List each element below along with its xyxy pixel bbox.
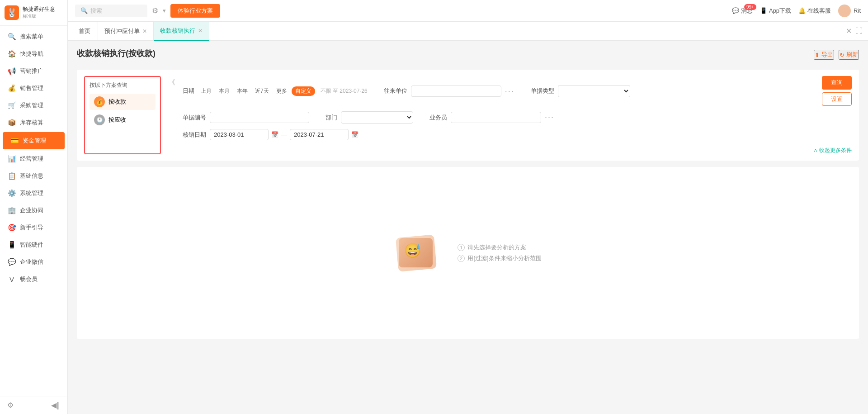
tab-maximize-button[interactable]: ⛶ bbox=[855, 27, 863, 35]
sidebar-item-operations[interactable]: 📊 经营管理 bbox=[0, 150, 67, 167]
date-btn-this-month[interactable]: 本月 bbox=[216, 86, 232, 96]
tab-receipt[interactable]: 收款核销执行 ✕ bbox=[154, 22, 209, 41]
tab-home[interactable]: 首页 bbox=[71, 22, 98, 41]
sidebar-item-label: 搜索菜单 bbox=[20, 33, 43, 41]
sidebar-menu: 🔍 搜索菜单 🏠 快捷导航 📢 营销推广 💰 销售管理 🛒 采购管理 📦 库存核… bbox=[0, 26, 67, 396]
date-btn-this-year[interactable]: 本年 bbox=[234, 86, 250, 96]
user-area[interactable]: Rit bbox=[838, 5, 861, 17]
tabbar-actions: ✕ ⛶ bbox=[846, 27, 868, 35]
date-btn-custom[interactable]: 自定义 bbox=[292, 86, 315, 96]
date-shortcut-buttons: 上月 本月 本年 近7天 更多 自定义 bbox=[198, 86, 315, 96]
filter-option-by-receipt[interactable]: 💰 按收款 bbox=[90, 94, 156, 110]
tab-prepay-label: 预付冲应付单 bbox=[104, 27, 140, 35]
date-btn-7days[interactable]: 近7天 bbox=[252, 86, 272, 96]
cart-icon: 🛒 bbox=[7, 101, 16, 109]
tab-receipt-close-icon[interactable]: ✕ bbox=[198, 28, 203, 34]
card-icon: 💳 bbox=[10, 137, 19, 145]
date-btn-more[interactable]: 更多 bbox=[274, 86, 290, 96]
collapse-sidebar-icon[interactable]: ◀‖ bbox=[51, 401, 60, 409]
form-action-buttons: 查询 设置 bbox=[822, 76, 852, 106]
sidebar-item-label: 基础信息 bbox=[20, 172, 43, 180]
filter-row-2: 单据编号 部门 业务员 bbox=[183, 111, 852, 124]
sidebar-item-label: 畅会员 bbox=[20, 275, 38, 283]
hint-text-2: 用[过滤]条件来缩小分析范围 bbox=[467, 254, 541, 262]
sidebar-item-member[interactable]: V 畅会员 bbox=[0, 271, 67, 288]
writeoff-date-label: 核销日期 bbox=[183, 131, 206, 139]
receipt-icon: 💰 bbox=[94, 96, 105, 107]
sidebar-item-inventory[interactable]: 📦 库存核算 bbox=[0, 114, 67, 131]
filter-query-panel: 按以下方案查询 💰 按收款 🕐 按应收 bbox=[84, 76, 161, 154]
counterparty-input[interactable] bbox=[411, 86, 501, 97]
hint-text-1: 请先选择要分析的方案 bbox=[467, 243, 526, 252]
sidebar-item-label: 资金管理 bbox=[23, 137, 46, 145]
bill-type-select[interactable] bbox=[558, 85, 630, 97]
sidebar-item-enterprise[interactable]: 🏢 企业协同 bbox=[0, 202, 67, 219]
tabbar: 首页 预付冲应付单 ✕ 收款核销执行 ✕ ✕ ⛶ bbox=[68, 22, 868, 41]
settings-icon[interactable]: ⚙ bbox=[7, 401, 14, 409]
sidebar-item-quick-nav[interactable]: 🏠 快捷导航 bbox=[0, 45, 67, 62]
sidebar-item-label: 营销推广 bbox=[20, 67, 43, 75]
sidebar-item-label: 销售管理 bbox=[20, 84, 43, 92]
sidebar-item-purchase[interactable]: 🛒 采购管理 bbox=[0, 97, 67, 114]
sidebar-item-label: 企业协同 bbox=[20, 206, 43, 214]
sidebar-item-marketing[interactable]: 📢 营销推广 bbox=[0, 62, 67, 80]
tab-prepay-close-icon[interactable]: ✕ bbox=[142, 28, 147, 34]
sidebar-item-funds[interactable]: 💳 资金管理 bbox=[3, 132, 65, 149]
money-icon: 💰 bbox=[7, 84, 16, 92]
logo-text-block: 畅捷通好生意 标准版 bbox=[23, 6, 55, 19]
filter-option-by-receivable[interactable]: 🕐 按应收 bbox=[90, 112, 156, 128]
action-buttons: ⬆ 导出 ↻ 刷新 bbox=[814, 50, 859, 60]
tab-close-button[interactable]: ✕ bbox=[846, 27, 852, 35]
filter-panel-title: 按以下方案查询 bbox=[90, 81, 156, 89]
page-title: 收款核销执行(按收款) bbox=[77, 48, 156, 59]
export-button[interactable]: ⬆ 导出 bbox=[814, 50, 834, 60]
dept-select[interactable] bbox=[341, 111, 413, 124]
sidebar-item-label: 系统管理 bbox=[20, 189, 43, 197]
expand-conditions-button[interactable]: ∧ 收起更多条件 bbox=[183, 147, 852, 154]
logo-name: 畅捷通好生意 bbox=[23, 6, 55, 13]
bill-type-group: 单据类型 bbox=[531, 85, 630, 97]
bill-no-input[interactable] bbox=[210, 112, 309, 123]
sidebar: 🐰 畅捷通好生意 标准版 🔍 搜索菜单 🏠 快捷导航 📢 营销推广 💰 销售管理… bbox=[0, 0, 68, 414]
search-box[interactable]: 🔍 搜索 bbox=[75, 5, 147, 17]
sidebar-item-basics[interactable]: 📋 基础信息 bbox=[0, 167, 67, 185]
refresh-button[interactable]: ↻ 刷新 bbox=[839, 50, 859, 60]
topbar-left: 🔍 搜索 ⚙ ▾ 体验行业方案 bbox=[75, 4, 220, 18]
online-service-button[interactable]: 🔔 在线客服 bbox=[798, 7, 831, 15]
megaphone-icon: 📢 bbox=[7, 67, 16, 75]
settings-button[interactable]: ⚙ bbox=[152, 6, 158, 15]
sidebar-item-search[interactable]: 🔍 搜索菜单 bbox=[0, 28, 67, 45]
service-icon: 🔔 bbox=[798, 7, 806, 14]
counterparty-dots-icon[interactable]: ··· bbox=[505, 86, 514, 96]
settings-form-button[interactable]: 设置 bbox=[822, 92, 852, 106]
app-download-button[interactable]: 📱 App下载 bbox=[760, 7, 791, 15]
sidebar-item-wechat[interactable]: 💬 企业微信 bbox=[0, 253, 67, 271]
tab-prepay[interactable]: 预付冲应付单 ✕ bbox=[98, 22, 154, 41]
calendar-start-icon[interactable]: 📅 bbox=[271, 131, 278, 138]
staff-input[interactable] bbox=[451, 112, 541, 123]
writeoff-end-input[interactable] bbox=[290, 129, 349, 140]
writeoff-start-input[interactable] bbox=[210, 129, 269, 140]
app-download-label: App下载 bbox=[769, 7, 791, 15]
calendar-end-icon[interactable]: 📅 bbox=[351, 131, 359, 138]
counterparty-label: 往来单位 bbox=[384, 87, 407, 95]
dept-label: 部门 bbox=[326, 114, 337, 122]
tab-receipt-label: 收款核销执行 bbox=[160, 27, 195, 35]
sidebar-item-label: 采购管理 bbox=[20, 101, 43, 109]
sidebar-item-guide[interactable]: 🎯 新手引导 bbox=[0, 219, 67, 236]
topbar-dropdown-icon[interactable]: ▾ bbox=[163, 7, 166, 14]
sidebar-item-sales[interactable]: 💰 销售管理 bbox=[0, 80, 67, 97]
sidebar-item-label: 库存核算 bbox=[20, 119, 43, 127]
date-btn-last-month[interactable]: 上月 bbox=[198, 86, 214, 96]
query-button[interactable]: 查询 bbox=[822, 76, 852, 90]
collapse-filter-button[interactable]: 《 bbox=[165, 78, 178, 87]
trial-button[interactable]: 体验行业方案 bbox=[170, 4, 220, 18]
message-button[interactable]: 💬 消息 99+ bbox=[732, 7, 753, 15]
sidebar-item-system[interactable]: ⚙️ 系统管理 bbox=[0, 185, 67, 202]
sidebar-item-hardware[interactable]: 📱 智能硬件 bbox=[0, 236, 67, 253]
staff-dots-icon[interactable]: ··· bbox=[545, 113, 554, 122]
search-icon: 🔍 bbox=[7, 33, 16, 41]
empty-state-content: 😅 1 请先选择要分析的方案 2 用[过滤]条件来缩小分析范围 bbox=[394, 233, 541, 273]
download-icon: 📱 bbox=[760, 7, 767, 14]
vip-icon: V bbox=[7, 276, 16, 283]
